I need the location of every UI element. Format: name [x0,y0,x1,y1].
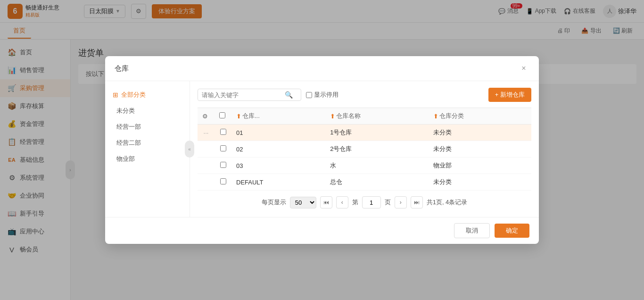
per-page-select[interactable]: 50 20 100 [290,197,316,208]
grid-icon: ⊞ [113,91,118,99]
settings-icon: ⚙ [202,113,208,120]
table-body: ··· 01 1号仓库 未分类 02 2号仓库 未分类 [198,125,531,191]
modal-close-button[interactable]: × [518,63,529,74]
warehouse-table: ⚙ ⬆ 仓库... [198,108,531,191]
table-row[interactable]: DEFAULT 总仓 未分类 [198,174,531,191]
last-page-button[interactable]: ⏭ [411,196,423,208]
row-checkbox[interactable] [220,129,226,135]
cancel-button[interactable]: 取消 [454,223,490,238]
sort-icon: ⬆ [236,113,241,120]
category-item-property[interactable]: 物业部 [105,151,190,167]
modal-header: 仓库 × [105,56,539,81]
th-name[interactable]: ⬆ 仓库名称 [325,108,428,125]
category-sidebar: ⊞ 全部分类 未分类 经营一部 经营二部 物业部 « [105,81,190,217]
table-toolbar: 🔍 显示停用 + 新增仓库 [198,88,531,102]
table-area: 🔍 显示停用 + 新增仓库 ⚙ [190,81,539,217]
collapse-sidebar-button[interactable]: « [185,141,194,158]
confirm-button[interactable]: 确定 [495,224,529,238]
select-all-checkbox[interactable] [219,112,225,118]
sort-icon: ⬆ [330,113,335,120]
show-disabled-toggle[interactable] [306,92,312,98]
category-item-dept2[interactable]: 经营二部 [105,135,190,151]
new-warehouse-button[interactable]: + 新增仓库 [488,88,531,102]
table-row[interactable]: ··· 01 1号仓库 未分类 [198,125,531,141]
th-category[interactable]: ⬆ 仓库分类 [429,108,531,125]
first-page-button[interactable]: ⏮ [320,196,332,208]
modal-title: 仓库 [115,64,129,73]
search-icon: 🔍 [285,91,293,99]
th-settings: ⚙ [198,108,215,125]
next-page-button[interactable]: › [395,196,407,208]
search-box: 🔍 [198,89,301,101]
modal-body: ⊞ 全部分类 未分类 经营一部 经营二部 物业部 « 🔍 [105,81,539,217]
category-item-unclassified[interactable]: 未分类 [105,103,190,119]
modal-footer: 取消 确定 [105,217,539,244]
sort-icon: ⬆ [433,113,438,120]
modal-overlay: 仓库 × ⊞ 全部分类 未分类 经营一部 经营二部 物业部 « [0,0,644,300]
row-checkbox[interactable] [220,162,226,168]
row-checkbox[interactable] [220,178,226,184]
page-number-input[interactable] [362,196,381,208]
all-categories-item[interactable]: ⊞ 全部分类 [105,87,190,103]
table-row[interactable]: 03 水 物业部 [198,158,531,174]
warehouse-modal: 仓库 × ⊞ 全部分类 未分类 经营一部 经营二部 物业部 « [105,56,539,244]
th-checkbox [215,108,231,125]
th-code[interactable]: ⬆ 仓库... [231,108,325,125]
table-row[interactable]: 02 2号仓库 未分类 [198,141,531,158]
pagination: 每页显示 50 20 100 ⏮ ‹ 第 页 › ⏭ 共1页, 4条记录 [198,191,531,210]
table-header: ⚙ ⬆ 仓库... [198,108,531,125]
show-disabled-checkbox[interactable]: 显示停用 [306,91,339,99]
search-input[interactable] [202,92,282,99]
category-item-dept1[interactable]: 经营一部 [105,119,190,135]
row-checkbox[interactable] [220,145,226,151]
prev-page-button[interactable]: ‹ [336,196,348,208]
